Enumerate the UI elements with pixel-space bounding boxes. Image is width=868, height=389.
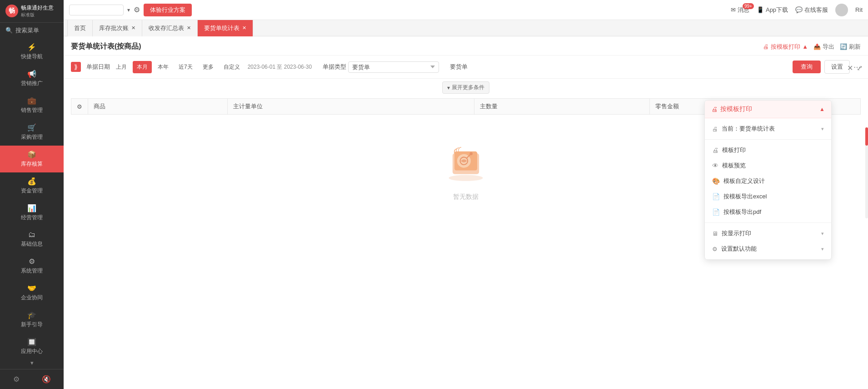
- print-dropdown-panel: 🖨 按模板打印 ▲ 🖨 当前：要货单统计表 ▾ 🖨 模板打印: [704, 100, 832, 260]
- sales-icon: 💼: [27, 96, 36, 105]
- refresh-icon: 🔄: [840, 43, 847, 50]
- dp-expand-section: 🖥 按显示打印 ▾ ⚙ 设置默认功能 ▾: [705, 223, 831, 259]
- dp-template-print[interactable]: 🖨 模板打印: [705, 142, 831, 158]
- dp-display-print[interactable]: 🖥 按显示打印 ▾: [705, 226, 831, 241]
- filter-expand-toggle[interactable]: ⟫: [71, 62, 81, 72]
- sidebar-bottom: ⚙ 🔇: [0, 369, 64, 389]
- tab-order-stats[interactable]: 要货单统计表 ✕: [198, 20, 253, 36]
- dp-current-arrow: ▾: [821, 126, 824, 132]
- topbar-search-input[interactable]: [69, 5, 124, 15]
- message-icon: ✉: [731, 6, 736, 13]
- content-scrollbar[interactable]: [865, 127, 868, 218]
- print-icon: 🖨: [763, 43, 769, 50]
- service-icon: 💬: [795, 6, 803, 13]
- content-scrollbar-thumb: [865, 127, 868, 146]
- dp-template-preview[interactable]: 👁 模板预览: [705, 158, 831, 173]
- user-name: Rit: [855, 6, 863, 13]
- order-type-section: 单据类型 要货单: [323, 61, 439, 73]
- win-maximize-btn[interactable]: ⤢: [857, 64, 863, 72]
- dp-current-template[interactable]: 🖨 当前：要货单统计表 ▾: [705, 121, 831, 136]
- sidebar-item-inventory[interactable]: 📦 库存核算: [0, 146, 64, 172]
- dp-template-pdf-icon: 📄: [712, 208, 720, 216]
- message-btn[interactable]: ✉ 消息 99+: [731, 6, 749, 14]
- tab-inventory-batch[interactable]: 库存批次账 ✕: [93, 20, 142, 36]
- date-filter-section: 单据日期 上月 本月 本年 近7天 更多 自定义 2023-06-01 至 20…: [86, 61, 312, 73]
- guide-icon: 🎓: [27, 311, 36, 319]
- date-btn-more[interactable]: 更多: [199, 61, 218, 73]
- date-btn-last7days[interactable]: 近7天: [175, 61, 197, 73]
- col-settings[interactable]: ⚙: [71, 99, 88, 115]
- topbar-gear-icon[interactable]: ⚙: [134, 5, 140, 14]
- sidebar-item-apps[interactable]: 🔲 应用中心: [0, 333, 64, 357]
- export-btn[interactable]: 📤 导出: [813, 43, 834, 51]
- dp-display-print-icon: 🖥: [712, 230, 718, 237]
- app-download-btn[interactable]: 📱 App下载: [757, 6, 788, 14]
- tab-home[interactable]: 首页: [67, 20, 93, 36]
- expand-arrow-icon: ▾: [447, 85, 450, 91]
- dp-default-fn[interactable]: ⚙ 设置默认功能 ▾: [705, 241, 831, 257]
- marketing-icon: 📢: [27, 70, 36, 78]
- date-range-display: 2023-06-01 至 2023-06-30: [248, 63, 312, 71]
- sidebar-item-marketing[interactable]: 📢 营销推广: [0, 65, 64, 92]
- settings-icon[interactable]: ⚙: [11, 373, 21, 385]
- dp-collapse-arrow[interactable]: ▲: [819, 106, 825, 112]
- settings-filter-btn[interactable]: 设置: [824, 60, 850, 74]
- dp-template-preview-icon: 👁: [712, 162, 718, 169]
- inventory-icon: 📦: [27, 150, 36, 159]
- date-btn-current-year[interactable]: 本年: [154, 61, 173, 73]
- mute-icon[interactable]: 🔇: [40, 373, 53, 385]
- order-type-select[interactable]: 要货单: [348, 61, 439, 73]
- expand-more-btn[interactable]: ▾ 展开更多条件: [442, 81, 489, 94]
- sidebar-item-guide[interactable]: 🎓 新手引导: [0, 306, 64, 333]
- sidebar-item-finance[interactable]: 💰 资金管理: [0, 172, 64, 199]
- app-sub: 标准版: [21, 12, 54, 18]
- dp-template-design[interactable]: 🎨 模板自定义设计: [705, 173, 831, 189]
- print-btn[interactable]: 🖨 按模板打印 ▲: [763, 43, 808, 51]
- date-btn-custom[interactable]: 自定义: [219, 61, 244, 73]
- page-actions: 🖨 按模板打印 ▲ 📤 导出 🔄 刷新: [763, 43, 861, 51]
- col-qty: 主数量: [474, 99, 649, 115]
- expand-more-row: ▾ 展开更多条件: [64, 79, 868, 98]
- search-menu[interactable]: 🔍 搜索菜单: [0, 23, 64, 38]
- print-arrow-icon: ▲: [802, 43, 808, 50]
- query-btn[interactable]: 查询: [793, 61, 821, 73]
- sidebar-item-sales[interactable]: 💼 销售管理: [0, 92, 64, 119]
- sidebar-nav: ⚡ 快捷导航 📢 营销推广 💼 销售管理 🛒 采购管理 📦 库存核算 💰 资金管…: [0, 38, 64, 357]
- date-btn-prev-month[interactable]: 上月: [112, 61, 131, 73]
- topbar-dropdown-arrow[interactable]: ▾: [127, 7, 130, 13]
- dp-header[interactable]: 🖨 按模板打印 ▲: [705, 101, 831, 118]
- exp-btn[interactable]: 体验行业方案: [144, 4, 192, 16]
- topbar: ▾ ⚙ 体验行业方案 ✉ 消息 99+ 📱 App下载 💬 在线客服 Rit: [64, 0, 868, 20]
- avatar[interactable]: [835, 4, 848, 16]
- dp-template-excel[interactable]: 📄 按模板导出excel: [705, 189, 831, 204]
- app-title: 畅康通好生意: [21, 5, 54, 12]
- dp-template-pdf[interactable]: 📄 按模板导出pdf: [705, 204, 831, 220]
- svg-point-0: [449, 175, 483, 181]
- sidebar-item-quick-nav[interactable]: ⚡ 快捷导航: [0, 38, 64, 65]
- svg-point-6: [469, 152, 473, 156]
- tab-close-order-stats[interactable]: ✕: [242, 25, 246, 31]
- operation-icon: 📊: [27, 204, 36, 212]
- message-badge: 99+: [743, 3, 754, 9]
- order-cat-section: 要货单: [450, 63, 468, 71]
- dp-current-icon: 🖨: [712, 126, 718, 132]
- tab-close-inventory-batch[interactable]: ✕: [131, 25, 135, 31]
- sidebar-scroll-down[interactable]: ▾: [0, 357, 64, 369]
- sidebar-item-collab[interactable]: 🤝 企业协同: [0, 279, 64, 306]
- online-service-btn[interactable]: 💬 在线客服: [795, 6, 828, 14]
- quick-nav-icon: ⚡: [27, 43, 36, 51]
- logo-icon: 畅: [5, 5, 18, 17]
- col-unit: 主计量单位: [228, 99, 474, 115]
- win-close-btn[interactable]: ✕: [847, 64, 853, 72]
- finance-icon: 💰: [27, 177, 36, 186]
- date-btn-current-month[interactable]: 本月: [133, 61, 152, 73]
- sidebar-item-system[interactable]: ⚙ 系统管理: [0, 253, 64, 279]
- dp-current-section: 🖨 当前：要货单统计表 ▾: [705, 118, 831, 140]
- empty-illustration: [443, 142, 489, 187]
- sidebar-item-purchase[interactable]: 🛒 采购管理: [0, 119, 64, 146]
- refresh-btn[interactable]: 🔄 刷新: [840, 43, 861, 51]
- sidebar-item-operation[interactable]: 📊 经营管理: [0, 199, 64, 226]
- sidebar-item-base[interactable]: 🗂 基础信息: [0, 226, 64, 253]
- tab-close-collection-summary[interactable]: ✕: [187, 25, 191, 31]
- tab-collection-summary[interactable]: 收发存汇总表 ✕: [142, 20, 198, 36]
